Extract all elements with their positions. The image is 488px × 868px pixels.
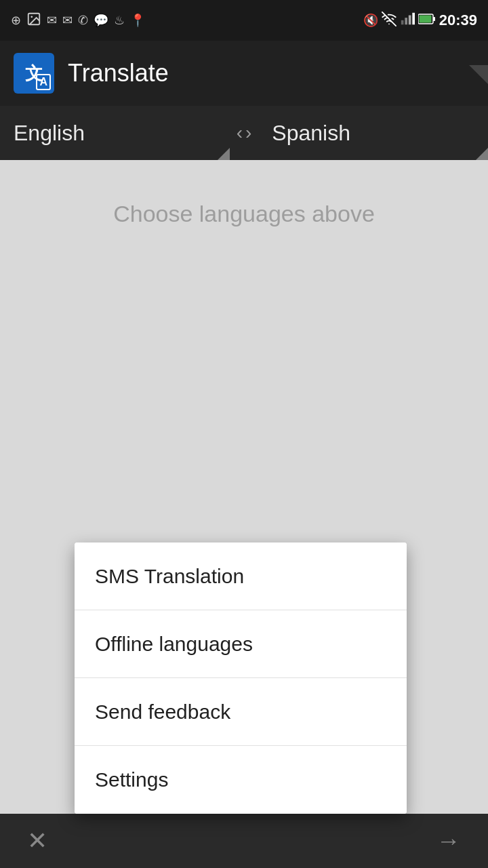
mute-icon: 🔇 [363,13,378,28]
menu-item-settings[interactable]: Settings [75,746,407,814]
image-icon [26,12,41,30]
app-bar: 文 A Translate [0,41,488,106]
menu-item-send-feedback[interactable]: Send feedback [75,678,407,746]
dropdown-menu: SMS Translation Offline languages Send f… [75,542,407,814]
battery-icon [418,14,436,28]
menu-item-offline-languages[interactable]: Offline languages [75,610,407,678]
menu-item-settings-label: Settings [95,768,168,791]
pin-icon: 📍 [130,13,145,28]
wifi-icon [382,12,396,30]
menu-item-offline-label: Offline languages [95,633,253,656]
app-icon: 文 A [14,53,54,94]
steam-icon: ♨ [114,13,125,28]
menu-item-sms-label: SMS Translation [95,565,244,588]
status-bar: ⊕ ✉ ✉ ✆ 💬 ♨ 📍 🔇 20:39 [0,0,488,41]
add-icon: ⊕ [11,13,21,28]
status-icons: ⊕ ✉ ✉ ✆ 💬 ♨ 📍 [11,12,145,30]
signal-area: 🔇 20:39 [363,12,477,30]
bottom-bar: ✕ → [0,814,488,868]
mail2-icon: ✉ [62,13,73,28]
menu-item-sms-translation[interactable]: SMS Translation [75,542,407,610]
forward-button[interactable]: → [436,827,461,855]
svg-rect-5 [412,12,415,24]
chat-icon: 💬 [94,13,108,28]
signal-icon [400,12,415,30]
svg-rect-7 [433,17,435,21]
app-title: Translate [68,59,169,87]
dropdown-indicator [469,65,488,84]
menu-item-feedback-label: Send feedback [95,701,230,724]
mail-icon: ✉ [47,13,57,28]
svg-rect-4 [409,15,411,24]
call-icon: ✆ [78,13,88,28]
svg-rect-2 [401,20,404,24]
time-display: 20:39 [439,12,477,29]
svg-rect-8 [419,15,431,22]
svg-rect-3 [405,18,407,24]
close-button[interactable]: ✕ [27,827,47,855]
svg-point-1 [30,16,33,18]
